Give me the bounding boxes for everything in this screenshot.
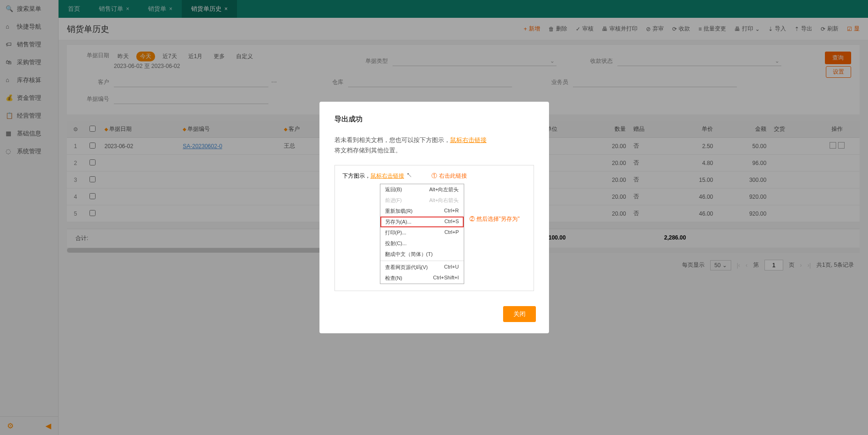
- export-success-modal: 导出成功 若未看到相关文档，您也可以按下方图示，鼠标右击链接 将文档存储到其他位…: [319, 102, 549, 333]
- context-menu-item: 打印(P)...Ctrl+P: [380, 227, 464, 238]
- annotation-2: ② 然后选择"另存为": [469, 215, 520, 223]
- context-menu-item: 翻成中文（简体）(T): [380, 249, 464, 260]
- context-menu-item: 查看网页源代码(V)Ctrl+U: [380, 262, 464, 273]
- modal-desc-link[interactable]: 鼠标右击链接: [450, 136, 487, 143]
- instruction-box: 下方图示，鼠标右击链接 ↖ ① 右击此链接 ② 然后选择"另存为" 返回(B)A…: [334, 165, 534, 291]
- context-menu-item: 投射(C)...: [380, 238, 464, 249]
- context-menu-illustration: ② 然后选择"另存为" 返回(B)Alt+向左箭头前进(F)Alt+向右箭头重新…: [380, 184, 464, 284]
- cursor-icon: ↖: [407, 172, 412, 179]
- modal-description: 若未看到相关文档，您也可以按下方图示，鼠标右击链接 将文档存储到其他位置。: [334, 135, 534, 156]
- instruction-link: 鼠标右击链接: [371, 172, 404, 179]
- context-menu-item: 检查(N)Ctrl+Shift+I: [380, 273, 464, 284]
- annotation-1: ① 右击此链接: [431, 172, 467, 179]
- modal-title: 导出成功: [334, 115, 534, 124]
- modal-close-button[interactable]: 关闭: [503, 306, 536, 322]
- context-menu-item: 返回(B)Alt+向左箭头: [380, 184, 464, 195]
- context-menu-item: 重新加载(R)Ctrl+R: [380, 206, 464, 217]
- context-menu-separator: [380, 261, 464, 261]
- context-menu-item: 前进(F)Alt+向右箭头: [380, 195, 464, 206]
- context-menu-item: 另存为(A)...Ctrl+S: [380, 217, 464, 227]
